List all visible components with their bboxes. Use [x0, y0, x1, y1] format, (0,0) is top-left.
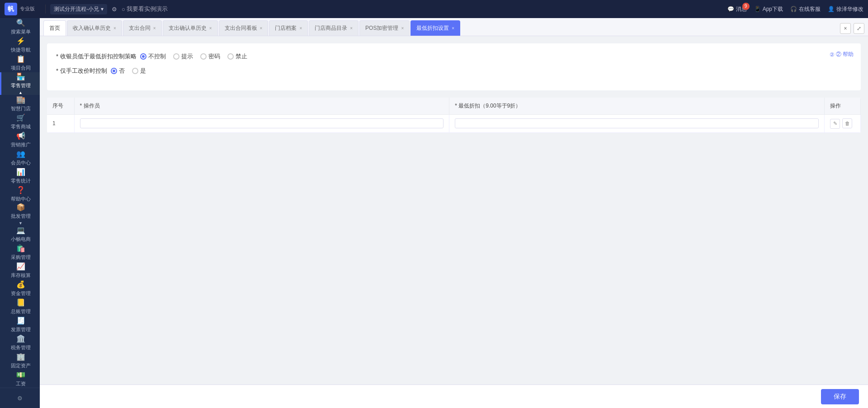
radio-forbidden-label: 禁止: [236, 52, 247, 61]
tab-selector[interactable]: 测试分开流程-小兄 ▾: [50, 4, 107, 14]
sidebar-item-batch[interactable]: 📦 批发管理 ▼: [0, 203, 40, 225]
save-button[interactable]: 保存: [821, 389, 859, 404]
tab-close-icon[interactable]: ×: [350, 26, 353, 31]
min-discount-input[interactable]: [455, 118, 819, 128]
sidebar-item-marketing[interactable]: 📢 营销推广: [0, 131, 40, 149]
seq-value: 1: [52, 120, 56, 127]
sidebar-item-label: 库存核算: [11, 272, 31, 279]
sidebar-item-online-store[interactable]: 🛒 零售商城: [0, 113, 40, 131]
sidebar-item-project[interactable]: 📋 项目合同: [0, 54, 40, 72]
online-service-btn[interactable]: 🎧 在线客服: [790, 5, 821, 13]
sidebar-item-label: 零售统计: [11, 178, 31, 184]
sidebar-item-tax[interactable]: 🏛️ 税务管理: [0, 333, 40, 352]
strategy-radio-group: 不控制 提示 密码 禁止: [140, 52, 247, 61]
sidebar-item-accounting[interactable]: 📒 总账管理: [0, 298, 40, 316]
ecommerce-icon: 💻: [16, 226, 25, 234]
radio-prompt[interactable]: 提示: [173, 52, 193, 61]
sidebar-item-retail-stat[interactable]: 📊 零售统计: [0, 167, 40, 185]
sidebar-item-label: 零售管理: [11, 82, 31, 89]
app-download-btn[interactable]: 📱 App下载: [754, 5, 783, 13]
settings-icon-btn[interactable]: ⚙: [112, 6, 117, 13]
sidebar-item-smart-store[interactable]: 🏬 智慧门店: [0, 95, 40, 113]
sidebar-item-ecommerce[interactable]: 💻 小畅电商: [0, 225, 40, 244]
radio-no-control[interactable]: 不控制: [140, 52, 166, 61]
sidebar-item-retail[interactable]: 🏪 零售管理 ▲: [0, 72, 40, 95]
tab-store-archive[interactable]: 门店档案 ×: [269, 20, 308, 36]
radio-forbidden[interactable]: 禁止: [227, 52, 247, 61]
settings-btn[interactable]: ⚙: [0, 388, 40, 408]
tab-min-discount[interactable]: 最低折扣设置 ×: [410, 20, 460, 36]
sidebar-item-salary[interactable]: 💵 工资: [0, 370, 40, 388]
close-tab-btn[interactable]: ×: [840, 23, 851, 34]
radio-no-label: 否: [119, 67, 125, 75]
tab-close-icon[interactable]: ×: [113, 26, 116, 31]
demo-label: 我要看实例演示: [127, 5, 168, 13]
chevron-down-icon: ▾: [101, 6, 104, 12]
message-badge: 9: [742, 3, 750, 10]
tab-close-icon[interactable]: ×: [401, 26, 404, 31]
sidebar-item-label: 帮助中心: [11, 196, 31, 202]
demo-link[interactable]: ○ 我要看实例演示: [122, 5, 168, 13]
tab-payment-contract[interactable]: 支出合同 ×: [123, 20, 162, 36]
smart-store-icon: 🏬: [16, 95, 25, 104]
online-service-label: 在线客服: [799, 5, 821, 13]
radio-no[interactable]: 否: [111, 67, 125, 75]
sidebar-item-inventory[interactable]: 📈 库存核算: [0, 262, 40, 280]
tab-bar: 首页 收入确认单历史 × 支出合同 × 支出确认单历史 × 支出合同看板 × 门…: [40, 18, 868, 36]
tab-close-icon[interactable]: ×: [452, 26, 454, 31]
sidebar-item-member[interactable]: 👥 会员中心: [0, 149, 40, 167]
radio-yes[interactable]: 是: [132, 67, 146, 75]
table-row: 1 ✎ 🗑: [47, 115, 861, 133]
sidebar-item-label: 固定资产: [11, 362, 31, 369]
manual-row: * 仅手工改价时控制 否 是: [56, 67, 852, 75]
delete-row-btn[interactable]: 🗑: [842, 118, 852, 128]
manual-label: * 仅手工改价时控制: [56, 67, 107, 75]
tab-bar-controls: × ⤢: [840, 23, 864, 36]
tab-income-history[interactable]: 收入确认单历史 ×: [67, 20, 122, 36]
tab-pos-manage[interactable]: POS加密管理 ×: [359, 20, 410, 36]
tab-close-icon[interactable]: ×: [299, 26, 302, 31]
radio-password-circle: [200, 53, 207, 60]
sidebar-item-fixed-assets[interactable]: 🏢 固定资产: [0, 352, 40, 370]
operator-input[interactable]: [80, 118, 444, 128]
radio-no-control-label: 不控制: [148, 52, 166, 61]
strategy-row: * 收银员低于最低折扣控制策略 不控制 提示 密码: [56, 52, 852, 61]
tab-payment-board[interactable]: 支出合同看板 ×: [219, 20, 269, 36]
retail-stat-icon: 📊: [16, 168, 25, 176]
radio-forbidden-circle: [227, 53, 234, 60]
edit-row-btn[interactable]: ✎: [830, 119, 840, 129]
help-link[interactable]: ② ② 帮助: [830, 51, 854, 58]
page-content: ② ② 帮助 * 收银员低于最低折扣控制策略 不控制 提示: [40, 36, 868, 385]
sidebar-item-finance[interactable]: 💰 资金管理: [0, 280, 40, 298]
app-download-label: App下载: [763, 5, 783, 13]
tab-close-icon[interactable]: ×: [153, 26, 156, 31]
tab-home[interactable]: 首页: [43, 20, 66, 36]
sidebar-item-shortcut[interactable]: ⚡ 快捷导航: [0, 36, 40, 54]
sidebar-item-label: 快捷导航: [11, 47, 31, 53]
member-icon: 👥: [16, 150, 25, 158]
tab-close-icon[interactable]: ×: [209, 26, 212, 31]
sidebar-item-purchase[interactable]: 🛍️ 采购管理: [0, 244, 40, 262]
main-layout: 🔍 搜索菜单 ⚡ 快捷导航 📋 项目合同 🏪 零售管理 ▲ 🏬 智慧门店 🛒 零…: [0, 18, 868, 408]
demo-icon: ○: [122, 6, 125, 13]
sidebar-item-search[interactable]: 🔍 搜索菜单: [0, 18, 40, 36]
sidebar-item-help[interactable]: ❓ 帮助中心: [0, 185, 40, 203]
th-actions-label: 操作: [830, 103, 841, 109]
top-bar: 帆 专业版 测试分开流程-小兄 ▾ ⚙ ○ 我要看实例演示 💬 消息 9 📱 A…: [0, 0, 868, 18]
tab-payment-history[interactable]: 支出确认单历史 ×: [163, 20, 218, 36]
message-icon: 💬: [727, 6, 734, 12]
sidebar-item-label: 采购管理: [11, 254, 31, 261]
sidebar-item-invoice[interactable]: 🧾 发票管理: [0, 315, 40, 333]
tab-close-icon[interactable]: ×: [260, 26, 263, 31]
sidebar-item-label: 工资: [16, 380, 26, 387]
user-btn[interactable]: 👤 徐泽华修改: [828, 5, 863, 13]
tab-store-products[interactable]: 门店商品目录 ×: [309, 20, 359, 36]
expand-tab-btn[interactable]: ⤢: [854, 23, 864, 34]
message-btn[interactable]: 💬 消息 9: [727, 5, 747, 13]
th-seq: 序号: [47, 98, 74, 115]
retail-icon: 🏪: [16, 72, 25, 81]
data-table: 序号 * 操作员 * 最低折扣（9.00等于9折） 操作: [47, 98, 861, 133]
radio-password[interactable]: 密码: [200, 52, 220, 61]
help-circle-icon: ②: [830, 52, 835, 58]
sidebar-item-label: 智慧门店: [11, 105, 31, 112]
